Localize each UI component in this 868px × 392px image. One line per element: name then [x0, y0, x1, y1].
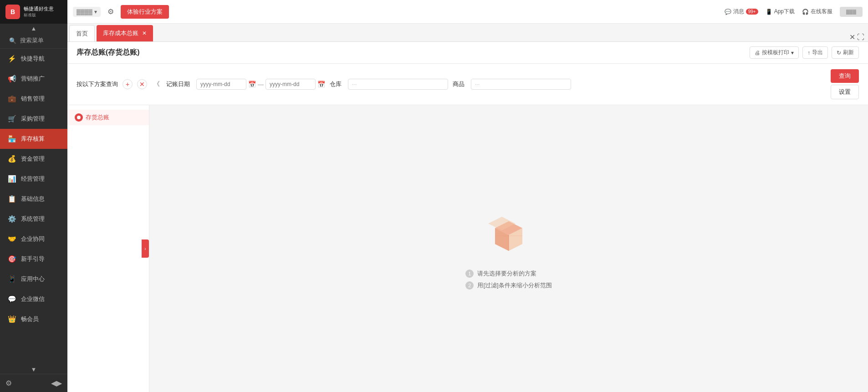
wechat-icon: 💬	[7, 295, 16, 304]
sidebar-item-apps[interactable]: 📱 应用中心	[0, 269, 67, 289]
tab-home-label: 首页	[76, 30, 88, 38]
messages-badge: 99+	[746, 9, 758, 15]
newbie-label: 新手引导	[21, 255, 45, 263]
apps-label: 应用中心	[21, 275, 45, 283]
operation-icon: 📊	[7, 174, 16, 183]
empty-illustration	[481, 208, 536, 262]
tip-text-2: 用[过滤]条件来缩小分析范围	[477, 281, 551, 290]
refresh-btn[interactable]: ↻ 刷新	[832, 46, 859, 59]
filter-label: 按以下方案查询	[77, 80, 118, 88]
sidebar-item-newbie[interactable]: 🎯 新手引导	[0, 249, 67, 269]
app-download-icon: 📱	[766, 9, 772, 15]
sidebar-item-sales[interactable]: 💼 销售管理	[0, 89, 67, 109]
messages-label: 消息	[733, 8, 744, 15]
sidebar-item-purchase[interactable]: 🛒 采购管理	[0, 109, 67, 129]
export-btn[interactable]: ↑ 导出	[802, 46, 828, 59]
sidebar-item-wechat[interactable]: 💬 企业微信	[0, 289, 67, 309]
finance-icon: 💰	[7, 154, 16, 163]
filter-collapse-btn[interactable]: 《	[152, 79, 162, 89]
empty-tips: 1 请先选择要分析的方案 2 用[过滤]条件来缩小分析范围	[465, 270, 551, 290]
tip-item-1: 1 请先选择要分析的方案	[465, 270, 551, 278]
goods-select[interactable]: ···	[471, 79, 571, 90]
tip-text-1: 请先选择要分析的方案	[477, 270, 536, 278]
topbar-right: 💬 消息 99+ 📱 App下载 🎧 在线客服 ▓▓▓	[725, 7, 863, 17]
industry-btn[interactable]: 体验行业方案	[121, 5, 169, 19]
warehouse-select[interactable]: ···	[348, 79, 448, 90]
online-service-label: 在线客服	[811, 8, 832, 15]
sidebar-search[interactable]: 🔍 搜索菜单	[0, 33, 67, 49]
collapse-footer-icon[interactable]: ◀▶	[51, 379, 62, 387]
finance-label: 资金管理	[21, 155, 45, 163]
operation-label: 经营管理	[21, 175, 45, 183]
sidebar-item-quick[interactable]: ⚡ 快捷导航	[0, 49, 67, 69]
scroll-up-btn[interactable]: ▲	[0, 24, 67, 33]
messages-item[interactable]: 💬 消息 99+	[725, 8, 758, 15]
enterprise-icon: 🤝	[7, 234, 16, 244]
tab-close-icon[interactable]: ✕	[142, 30, 147, 36]
tip-item-2: 2 用[过滤]条件来缩小分析范围	[465, 281, 551, 290]
date-end-input[interactable]	[266, 79, 316, 90]
sidebar-item-marketing[interactable]: 📢 营销推广	[0, 69, 67, 89]
tab-home[interactable]: 首页	[69, 25, 95, 41]
enterprise-label: 企业协同	[21, 235, 45, 243]
page-area: 库存总账(存货总账) 🖨 按模板打印 ▾ ↑ 导出 ↻ 刷新 按以下方案查询	[67, 42, 868, 392]
page-actions: 🖨 按模板打印 ▾ ↑ 导出 ↻ 刷新	[750, 46, 859, 59]
app-download-item[interactable]: 📱 App下载	[766, 8, 795, 15]
purchase-label: 采购管理	[21, 115, 45, 123]
sidebar-item-basic[interactable]: 📋 基础信息	[0, 189, 67, 209]
online-service-item[interactable]: 🎧 在线客服	[802, 8, 832, 15]
search-label: 搜索菜单	[20, 36, 44, 45]
filter-del-btn[interactable]: ✕	[137, 79, 147, 89]
topbar-left: ▓▓▓▓ ▾ ⚙ 体验行业方案	[73, 5, 720, 19]
sidebar-item-finance[interactable]: 💰 资金管理	[0, 149, 67, 169]
topbar-settings-icon[interactable]: ⚙	[104, 5, 117, 18]
scheme-item-label: 存货总账	[86, 113, 109, 122]
scheme-panel: 存货总账 ›	[67, 105, 149, 392]
tab-inventory-label: 库存成本总账	[103, 29, 138, 37]
system-icon: ⚙️	[7, 214, 16, 224]
panel-close-btn[interactable]: ›	[142, 239, 149, 258]
date-start-input[interactable]	[196, 79, 246, 90]
calendar-start-icon[interactable]: 📅	[248, 81, 256, 88]
basic-label: 基础信息	[21, 195, 45, 203]
sidebar-item-inventory[interactable]: 🏪 库存核算	[0, 129, 67, 149]
tab-bar-expand-icon[interactable]: ⛶	[857, 33, 864, 41]
settings-btn[interactable]: 设置	[831, 85, 859, 99]
chevron-down-icon: ▾	[791, 50, 794, 56]
sidebar-item-member[interactable]: 👑 畅会员	[0, 309, 67, 329]
topbar-user[interactable]: ▓▓▓▓ ▾	[73, 7, 101, 17]
sidebar-footer: ⚙ ◀▶	[0, 374, 67, 392]
calendar-end-icon[interactable]: 📅	[317, 81, 325, 88]
filter-add-btn[interactable]: +	[123, 79, 133, 89]
sidebar-nav: ⚡ 快捷导航 📢 营销推广 💼 销售管理 🛒 采购管理 🏪 库存核算 💰 资金管…	[0, 49, 67, 365]
scheme-item-inventory[interactable]: 存货总账	[67, 110, 149, 125]
sidebar-item-system[interactable]: ⚙️ 系统管理	[0, 209, 67, 229]
topbar: ▓▓▓▓ ▾ ⚙ 体验行业方案 💬 消息 99+ 📱 App下载 🎧 在线客服 …	[67, 0, 868, 24]
export-icon: ↑	[807, 50, 810, 56]
apps-icon: 📱	[7, 275, 16, 284]
refresh-icon: ↻	[837, 50, 841, 56]
settings-footer-icon[interactable]: ⚙	[5, 379, 12, 387]
sidebar-item-enterprise[interactable]: 🤝 企业协同	[0, 229, 67, 249]
inventory-icon: 🏪	[7, 134, 16, 143]
quick-label: 快捷导航	[21, 55, 45, 63]
user-avatar[interactable]: ▓▓▓	[840, 7, 863, 17]
tab-bar-close-icon[interactable]: ✕	[849, 33, 855, 41]
sidebar-item-operation[interactable]: 📊 经营管理	[0, 169, 67, 189]
content-area: 存货总账 ›	[67, 105, 868, 392]
svg-point-0	[77, 116, 81, 119]
scroll-down-btn[interactable]: ▼	[0, 365, 67, 374]
query-btn[interactable]: 查询	[831, 69, 859, 83]
empty-state: 1 请先选择要分析的方案 2 用[过滤]条件来缩小分析范围	[465, 208, 551, 290]
template-print-btn[interactable]: 🖨 按模板打印 ▾	[750, 46, 799, 59]
warehouse-label: 仓库	[330, 80, 342, 88]
app-name: 畅捷通好生意	[24, 5, 54, 12]
purchase-icon: 🛒	[7, 114, 16, 123]
wechat-label: 企业微信	[21, 295, 45, 303]
goods-label: 商品	[453, 80, 465, 88]
topbar-username: ▓▓▓▓	[77, 9, 92, 15]
marketing-icon: 📢	[7, 74, 16, 83]
tab-inventory-cost[interactable]: 库存成本总账 ✕	[97, 25, 153, 41]
sidebar: B 畅捷通好生意 标准版 ▲ 🔍 搜索菜单 ⚡ 快捷导航 📢 营销推广 💼 销售…	[0, 0, 67, 392]
sales-label: 销售管理	[21, 95, 45, 103]
